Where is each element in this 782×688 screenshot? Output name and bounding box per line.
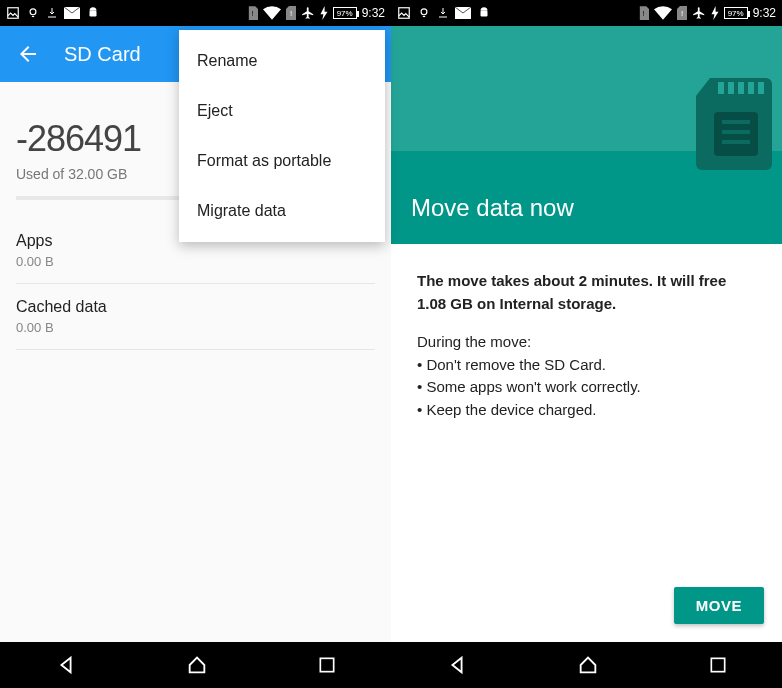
nav-home-icon[interactable] (186, 654, 208, 676)
mail-icon (455, 7, 471, 19)
svg-point-1 (30, 9, 36, 15)
svg-text:!: ! (251, 9, 253, 18)
battery-percent: 97% (337, 9, 353, 18)
wifi-icon (654, 6, 672, 20)
svg-rect-25 (758, 82, 764, 94)
svg-rect-26 (711, 658, 724, 671)
menu-item-eject[interactable]: Eject (179, 86, 385, 136)
svg-text:!: ! (642, 9, 644, 18)
svg-text:!: ! (681, 9, 683, 18)
move-header: Move data now (391, 26, 782, 244)
overflow-menu: Rename Eject Format as portable Migrate … (179, 30, 385, 242)
list-item-sub: 0.00 B (16, 254, 375, 269)
battery-percent: 97% (728, 9, 744, 18)
status-bar: ! ! 97% 9:32 (391, 0, 782, 26)
during-label: During the move: (417, 333, 531, 350)
svg-rect-24 (748, 82, 754, 94)
svg-rect-8 (320, 658, 333, 671)
svg-rect-9 (399, 8, 410, 19)
list-item-cached[interactable]: Cached data 0.00 B (16, 284, 375, 350)
nav-back-icon[interactable] (55, 654, 77, 676)
image-icon (6, 6, 20, 20)
nav-recent-icon[interactable] (708, 655, 728, 675)
menu-item-format[interactable]: Format as portable (179, 136, 385, 186)
menu-item-rename[interactable]: Rename (179, 36, 385, 86)
back-arrow-icon[interactable] (16, 42, 40, 66)
app-bar-title: SD Card (64, 43, 141, 66)
nav-back-icon[interactable] (446, 654, 468, 676)
charge-icon (711, 6, 719, 20)
svg-rect-18 (722, 120, 750, 124)
bullet: Some apps won't work correctly. (426, 378, 640, 395)
nav-bar (391, 642, 782, 688)
clock: 9:32 (362, 6, 385, 20)
svg-rect-19 (722, 130, 750, 134)
sd-card-icon (696, 78, 776, 170)
bullet: Don't remove the SD Card. (426, 356, 606, 373)
download-icon (46, 6, 58, 20)
svg-point-10 (421, 9, 427, 15)
svg-rect-20 (722, 140, 750, 144)
airplane-icon (692, 6, 706, 20)
clock: 9:32 (753, 6, 776, 20)
sd-warning-icon: ! (638, 6, 649, 20)
sim-warning-icon: ! (286, 6, 296, 20)
download-icon (437, 6, 449, 20)
move-body: The move takes about 2 minutes. It will … (391, 244, 782, 587)
sim-warning-icon: ! (677, 6, 687, 20)
battery-icon: 97% (724, 7, 748, 19)
screen-storage: ! ! 97% 9:32 SD Card -286491 Used of 32.… (0, 0, 391, 688)
bullet: Keep the device charged. (426, 401, 596, 418)
move-title: Move data now (411, 194, 574, 222)
nav-recent-icon[interactable] (317, 655, 337, 675)
bulb-icon (26, 6, 40, 20)
battery-icon: 97% (333, 7, 357, 19)
bulb-icon (417, 6, 431, 20)
move-summary: The move takes about 2 minutes. It will … (417, 270, 756, 315)
charge-icon (320, 6, 328, 20)
android-icon (477, 6, 491, 20)
list-item-sub: 0.00 B (16, 320, 375, 335)
airplane-icon (301, 6, 315, 20)
svg-rect-3 (90, 11, 97, 17)
sd-warning-icon: ! (247, 6, 258, 20)
svg-rect-23 (738, 82, 744, 94)
svg-rect-12 (481, 11, 488, 17)
svg-rect-0 (8, 8, 19, 19)
svg-text:!: ! (290, 9, 292, 18)
mail-icon (64, 7, 80, 19)
nav-bar (0, 642, 391, 688)
svg-rect-22 (728, 82, 734, 94)
status-bar: ! ! 97% 9:32 (0, 0, 391, 26)
screen-move-data: ! ! 97% 9:32 Move data now (391, 0, 782, 688)
list-item-title: Cached data (16, 298, 375, 316)
wifi-icon (263, 6, 281, 20)
menu-item-migrate[interactable]: Migrate data (179, 186, 385, 236)
image-icon (397, 6, 411, 20)
svg-rect-21 (718, 82, 724, 94)
move-button[interactable]: MOVE (674, 587, 764, 624)
android-icon (86, 6, 100, 20)
move-footer: MOVE (391, 587, 782, 642)
nav-home-icon[interactable] (577, 654, 599, 676)
